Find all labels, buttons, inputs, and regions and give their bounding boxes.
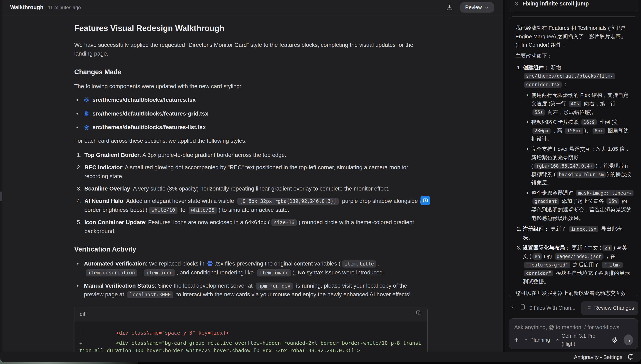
files-changed-label[interactable]: 0 Files With Chan... [529,304,578,312]
text: ) to simulate an active state. [218,207,289,213]
text: to [179,207,187,213]
message-paragraph: 我已经成功在 Features 和 Testimonials (这里是 Engi… [515,24,632,49]
inline-code: 158px [565,128,583,134]
chat-composer[interactable]: Ask anything, @ to mention, / for workfl… [509,318,638,349]
inline-code: en [532,253,542,260]
inline-code: 55s [532,109,545,116]
text: .tsx files preserving the original conte… [215,260,341,267]
workspace-label: Antigravity - Settings [574,354,622,360]
bold-text: Icon Container Update [84,219,145,225]
inline-code: backdrop-blur-sm [557,172,606,178]
list-item: Icon Container Update: Features' icons a… [83,218,428,236]
text: )、 [584,128,591,134]
diff-line: + <div className="bg-card group relative… [79,339,423,352]
inline-code: rgba(168,85,247,0.4) [534,163,594,169]
chevron-up-icon [556,338,559,342]
text: 向右，第二行 [583,100,616,106]
files-changed-bar: 0 Files With Chan... Review Changes [509,301,638,315]
text: 主要改动如下： [515,53,552,59]
text: 比例 (宽 [598,119,618,125]
doc-title: Features Visual Redesign Walkthrough [74,22,428,34]
file-path[interactable]: src/themes/default/blocks/features-grid.… [93,109,208,118]
list-item-text: AI Neural Halo: Added an elegant hover s… [84,198,423,213]
bell-icon[interactable] [627,353,634,361]
text: : Added an elegant hover state with a vi… [123,198,235,204]
model-selector[interactable]: Gemini 3.1 Pro (High) [556,332,603,348]
diff-line: - <div className="space-y-3" key={idx}> [79,329,423,337]
react-icon [84,97,90,103]
microphone-icon[interactable] [611,336,618,343]
bold-text: 设置国际化与布局： [523,245,570,251]
composer-placeholder[interactable]: Ask anything, @ to mention, / for workfl… [514,323,633,332]
review-changes-button[interactable]: Review Changes [581,301,638,315]
styles-intro: For each card across these sections, we … [74,136,428,145]
bold-text: AI Neural Halo [84,198,123,204]
inline-code: 15% [606,198,619,204]
inline-code: item.image [257,269,291,276]
text: ). No syntax issues were introduced. [293,269,384,276]
add-comment-button[interactable] [421,196,430,205]
text: to interact with the new cards via your … [175,291,411,298]
mode-label: Planning [530,336,550,344]
inline-code: index.tsx [569,226,598,232]
text: , and conditional rendering like [177,269,255,276]
text: : Features' icons are now enclosed in a … [145,219,270,225]
status-bar: Antigravity - Settings [0,352,641,362]
text: : A small red glowing dot accompanied by… [84,164,408,179]
panel-resize-handle[interactable] [0,192,2,201]
text: : A 3px purple-to-blue gradient border a… [140,152,286,158]
list-item: • src/themes/default/blocks/features.tsx [76,96,428,104]
bold-text: 注册组件： [523,226,549,232]
text: 添加了起止位置各 [560,198,605,204]
list-item: Scanline Overlay: A very subtle (3% opac… [83,184,428,193]
walkthrough-document: Features Visual Redesign Walkthrough We … [3,15,503,352]
send-button[interactable]: → [624,334,633,345]
add-context-button[interactable]: + [514,336,518,344]
copy-icon[interactable] [416,310,422,318]
message-paragraph: 主要改动如下： [515,52,632,60]
walkthrough-panel: Walkthrough 11 minutes ago Review Featur… [3,0,503,352]
text: 整个走廊容器通过 [531,190,575,196]
message-sublist: 使用两行无限滚动的 Flex 结构，支持自定义速度 (第一行 40s 向右，第二… [523,91,632,222]
inline-code: src/themes/default/blocks/film-corridor.… [524,73,615,88]
verification-heading: Verification Activity [74,244,428,254]
text: ，高 [552,128,564,134]
back-arrow-icon[interactable] [510,304,516,312]
inline-code: item.description [86,269,137,276]
file-icon [520,304,526,313]
text: ) 的 [543,253,553,259]
text: 更新了 [549,226,568,232]
conversation-thread-card[interactable]: 3 Fixing infinite scroll jump [509,0,638,12]
left-rail [0,0,2,352]
inline-code: 16:9 [581,119,596,126]
download-icon[interactable] [446,4,453,11]
code-language-label: diff [80,310,87,318]
list-item: 完全支持 Hover 悬浮交互：放大 1.05 倍，新增紫色的光晕阴影 (rgb… [531,145,632,187]
file-path[interactable]: src/themes/default/blocks/features-list.… [93,123,206,132]
list-item: 设置国际化与布局： 更新了中文 (zh) 与英文 (en) 的 pages/in… [523,244,632,286]
review-button-label: Review [465,4,482,10]
thread-number: 3 [515,0,518,8]
inline-code: size-16 [271,219,297,226]
walkthrough-header: Walkthrough 11 minutes ago Review [3,0,503,15]
text: ： [563,81,568,87]
react-icon [84,124,90,130]
text: : Since the local development server at [155,282,254,289]
assistant-message-card: 我已经成功在 Features 和 Testimonials (这里是 Engi… [509,16,638,297]
list-item: Automated Verification: We replaced bloc… [76,259,428,277]
bold-text: Top Gradient Border [84,152,140,158]
inline-code: 40s [569,101,581,107]
bullet: • [76,109,78,118]
text: : We replaced blocks in [146,260,206,267]
list-item: • src/themes/default/blocks/features-gri… [76,109,428,118]
review-button[interactable]: Review [460,2,494,12]
chevron-down-icon [484,5,489,10]
styles-list: Top Gradient Border: A 3px purple-to-blu… [74,150,428,236]
screen: { "header": { "title": "Walkthrough", "t… [0,0,641,364]
mode-selector[interactable]: Planning [524,336,550,344]
text: , [378,260,380,267]
text: : A very subtle (3% opacity) horizontall… [130,186,390,192]
file-path[interactable]: src/themes/default/blocks/features.tsx [93,96,196,104]
changes-heading: Changes Made [74,67,428,77]
bold-text: Manual Verification Status [84,282,155,289]
